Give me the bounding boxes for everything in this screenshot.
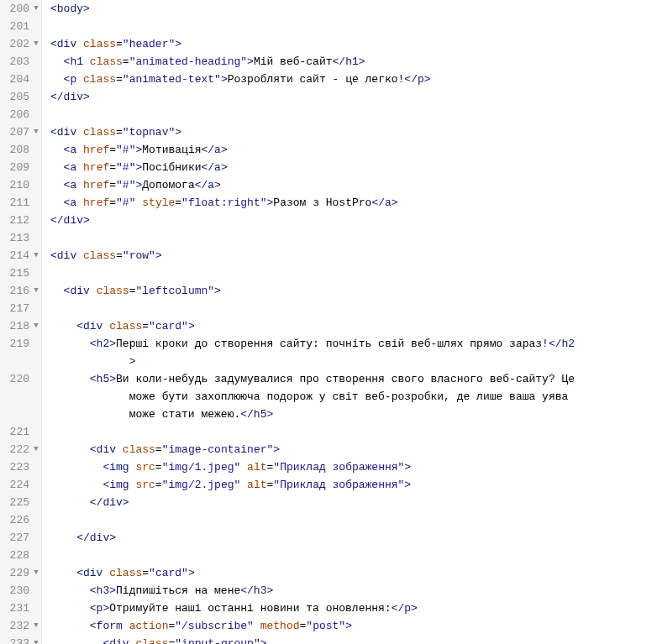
gutter-line: 204	[0, 71, 41, 88]
gutter-line: 225	[0, 494, 41, 511]
attr-name-token: class	[83, 73, 116, 86]
line-number: 225	[10, 494, 39, 511]
fold-marker-icon[interactable]: ▼	[32, 441, 40, 458]
fold-marker-icon[interactable]: ▼	[32, 123, 40, 141]
code-line[interactable]	[50, 300, 657, 317]
text-token: Разом з HostPro	[273, 196, 371, 209]
attr-name-token: alt	[247, 479, 266, 491]
code-line[interactable]: може стати межею.</h5>	[50, 406, 657, 423]
fold-marker-icon[interactable]: ▼	[32, 282, 40, 300]
code-line[interactable]	[50, 264, 657, 282]
code-line[interactable]: <div class="card">	[50, 317, 657, 335]
code-line[interactable]: </div>	[50, 494, 657, 511]
code-line[interactable]: може бути захоплююча подорож у світ веб-…	[50, 388, 657, 406]
code-line[interactable]: <div class="row">	[50, 247, 657, 264]
tag-token: >	[404, 479, 411, 491]
line-number: 231	[10, 599, 39, 617]
text-token: Ви коли-небудь задумувалися про створенн…	[116, 373, 575, 385]
line-number: 211	[10, 194, 39, 212]
code-line[interactable]: <form action="/subscribe" method="post">	[50, 617, 657, 635]
tag-token: >	[175, 126, 181, 139]
attr-name-token: class	[90, 55, 123, 68]
code-line[interactable]: <div class="card">	[50, 564, 657, 582]
code-line[interactable]: <a href="#">Посібники</a>	[50, 159, 657, 176]
gutter-line: 213	[0, 229, 41, 247]
code-line[interactable]	[50, 229, 657, 247]
tag-token: </h5>	[240, 408, 273, 421]
text-token: Отримуйте наші останні новини та оновлен…	[109, 602, 391, 615]
fold-marker-icon[interactable]: ▼	[32, 247, 40, 264]
fold-marker-icon[interactable]: ▼	[32, 0, 40, 18]
gutter-line: 218▼	[0, 317, 41, 335]
eq-token: =	[175, 196, 181, 209]
attr-value-token: "leftcolumn"	[135, 285, 214, 297]
code-line[interactable]: <div class="image-container">	[50, 441, 657, 458]
code-line[interactable]: <h3>Підпишіться на мене</h3>	[50, 582, 657, 599]
code-line[interactable]: <div class="leftcolumn">	[50, 282, 657, 300]
code-line[interactable]: <body>	[50, 0, 657, 18]
code-line[interactable]: <a href="#">Мотивація</a>	[50, 141, 657, 159]
code-line[interactable]	[50, 423, 657, 441]
code-line[interactable]: <h2>Перші кроки до створення сайту: почн…	[50, 335, 657, 353]
fold-marker-icon[interactable]: ▼	[32, 564, 40, 582]
tag-token: </a>	[202, 144, 228, 156]
gutter-line: 223	[0, 458, 41, 476]
gutter-line: 233▼	[0, 635, 41, 644]
eq-token: =	[116, 38, 123, 50]
tag-token: </div>	[90, 496, 129, 509]
tag-token: <img	[102, 461, 129, 474]
gutter-line: 231	[0, 599, 41, 617]
tag-token: >	[155, 249, 162, 262]
gutter-line: 216▼	[0, 282, 41, 300]
code-line[interactable]	[50, 511, 657, 529]
code-line[interactable]	[50, 547, 657, 564]
tag-token: <body>	[50, 3, 90, 15]
attr-name-token: href	[83, 144, 109, 156]
text-token: Посібники	[142, 161, 201, 174]
tag-token: <h2>	[90, 338, 116, 350]
attr-value-token: "/subscribe"	[175, 620, 254, 632]
line-number: 223	[10, 458, 39, 476]
line-number: 226	[10, 511, 39, 529]
line-number: 206	[10, 106, 39, 123]
code-line[interactable]: <p>Отримуйте наші останні новини та онов…	[50, 599, 657, 617]
line-number: 228	[10, 547, 39, 564]
code-line[interactable]: <h5>Ви коли-небудь задумувалися про ство…	[50, 370, 657, 388]
line-number: 204	[10, 71, 39, 88]
fold-marker-icon[interactable]: ▼	[32, 617, 40, 635]
gutter-line: 224	[0, 476, 41, 494]
code-line[interactable]: >	[50, 353, 657, 370]
code-line[interactable]: <div class="input-group">	[50, 635, 657, 644]
code-line[interactable]: <a href="#">Допомога</a>	[50, 176, 657, 194]
line-number: 209	[10, 159, 39, 176]
tag-token: >	[221, 73, 228, 86]
code-line[interactable]: </div>	[50, 212, 657, 229]
fold-marker-icon[interactable]: ▼	[32, 35, 40, 53]
line-number: 220	[10, 370, 39, 388]
code-line[interactable]: <h1 class="animated-heading">Мій веб-сай…	[50, 53, 657, 71]
code-line[interactable]: </div>	[50, 529, 657, 547]
code-line[interactable]	[50, 106, 657, 123]
gutter-line: 221	[0, 423, 41, 441]
fold-marker-icon[interactable]: ▼	[32, 635, 40, 644]
tag-token: </h2	[549, 338, 575, 350]
tag-token: >	[273, 443, 280, 456]
tag-token: <div	[102, 637, 129, 644]
code-editor-content[interactable]: <body><div class="header"> <h1 class="an…	[42, 0, 657, 644]
code-line[interactable]	[50, 18, 657, 35]
attr-name-token: method	[260, 620, 300, 632]
attr-name-token: class	[83, 38, 116, 50]
tag-token: </a>	[202, 161, 228, 174]
tag-token: >	[260, 637, 267, 644]
code-line[interactable]: <div class="header">	[50, 35, 657, 53]
tag-token: </div>	[50, 214, 90, 227]
tag-token: <a	[64, 179, 77, 191]
code-line[interactable]: </div>	[50, 88, 657, 106]
code-line[interactable]: <div class="topnav">	[50, 123, 657, 141]
text-token: Мій веб-сайт	[254, 55, 333, 68]
code-line[interactable]: <a href="#" style="float:right">Разом з …	[50, 194, 657, 212]
code-line[interactable]: <img src="img/1.jpeg" alt="Приклад зобра…	[50, 458, 657, 476]
fold-marker-icon[interactable]: ▼	[32, 317, 40, 335]
code-line[interactable]: <img src="img/2.jpeg" alt="Приклад зобра…	[50, 476, 657, 494]
code-line[interactable]: <p class="animated-text">Розробляти сайт…	[50, 71, 657, 88]
